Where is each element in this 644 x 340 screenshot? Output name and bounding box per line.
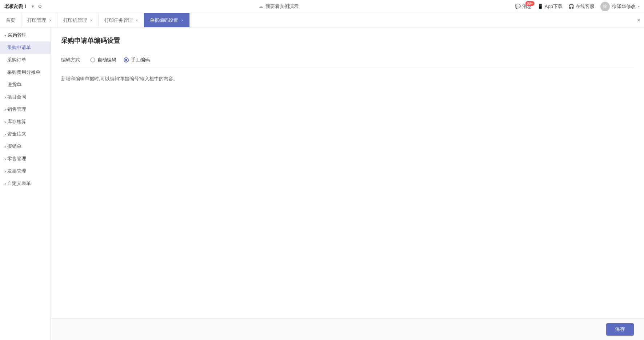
auto-encoding-radio[interactable] — [90, 57, 95, 62]
tab-barcode-setting[interactable]: 单据编码设置 × — [144, 13, 189, 27]
sidebar-item-sales-mgmt-label: 销售管理 — [7, 106, 26, 113]
sidebar-item-purchase-expense[interactable]: 采购费用分摊单 — [0, 66, 51, 78]
encoding-row: 编码方式 自动编码 手工编码 — [61, 52, 634, 68]
manual-encoding-option[interactable]: 手工编码 — [124, 57, 150, 63]
sidebar-item-project-contract-label: 项目合同 — [7, 94, 26, 100]
announcement-text[interactable]: 我要看实例演示 — [265, 3, 299, 10]
encoding-method-label: 编码方式 — [61, 57, 83, 63]
tab-home[interactable]: 首页 — [0, 13, 21, 27]
sidebar-group-purchase-label: 采购管理 — [8, 32, 27, 39]
message-badge: 99+ — [525, 1, 535, 6]
page-title: 采购申请单编码设置 — [61, 36, 634, 45]
sidebar-item-retail-mgmt[interactable]: › 零售管理 — [0, 153, 51, 165]
sidebar-item-invoice-mgmt-label: 发票管理 — [7, 168, 26, 174]
online-service-button[interactable]: 🎧 在线客服 — [568, 3, 595, 10]
app-download-button[interactable]: 📱 App下载 — [537, 3, 563, 10]
app-download-label: App下载 — [545, 3, 563, 10]
arrow-right-icon-2: › — [4, 107, 6, 112]
arrow-right-icon-5: › — [4, 144, 6, 149]
sidebar-item-purchase-order-label: 采购订单 — [7, 57, 26, 62]
footer-bar: 保存 — [51, 318, 644, 340]
sidebar-item-purchase-expense-label: 采购费用分摊单 — [7, 69, 40, 75]
sidebar-item-inbound[interactable]: 进货单 — [0, 78, 51, 91]
service-icon: 🎧 — [568, 4, 574, 9]
top-bar-left: 老板勿割！ ▾ ⚙ — [4, 3, 42, 10]
app-icon: 📱 — [537, 4, 543, 9]
tab-print-mgmt-label: 打印管理 — [27, 17, 46, 24]
cloud-icon: ☁ — [259, 4, 263, 9]
tab-printer-mgmt-label: 打印机管理 — [63, 17, 87, 24]
tab-barcode-setting-label: 单据编码设置 — [150, 17, 178, 24]
close-all-icon: × — [637, 17, 640, 24]
page-content: 采购申请单编码设置 编码方式 自动编码 手工编码 新增和编辑单据时,可以编辑'单… — [51, 28, 644, 318]
sidebar-item-returns[interactable]: › 报销单 — [0, 140, 51, 153]
sidebar-item-inbound-label: 进货单 — [7, 82, 21, 87]
sidebar-item-project-contract[interactable]: › 项目合同 — [0, 91, 51, 103]
tab-print-mgmt[interactable]: 打印管理 × — [21, 13, 57, 27]
sidebar-item-custom-forms-label: 自定义表单 — [7, 180, 31, 187]
sidebar-item-capital-flow[interactable]: › 资金往来 — [0, 128, 51, 140]
sidebar-item-returns-label: 报销单 — [7, 143, 21, 150]
tab-print-task[interactable]: 打印任务管理 × — [99, 13, 144, 27]
tab-print-task-label: 打印任务管理 — [104, 17, 133, 24]
sidebar-item-sales-mgmt[interactable]: › 销售管理 — [0, 103, 51, 116]
arrow-right-icon-4: › — [4, 131, 6, 137]
avatar: 徐 — [600, 2, 610, 11]
close-all-tabs[interactable]: × — [633, 13, 644, 27]
user-name: 徐泽华修改 — [612, 3, 636, 10]
manual-encoding-label: 手工编码 — [131, 57, 150, 63]
top-bar-center: ☁ 我要看实例演示 — [259, 3, 299, 10]
sidebar-item-purchase-order[interactable]: 采购订单 — [0, 54, 51, 66]
auto-encoding-option[interactable]: 自动编码 — [90, 57, 116, 63]
auto-encoding-label: 自动编码 — [97, 57, 116, 63]
logo-text: 老板勿割！ — [4, 3, 28, 10]
sidebar-group-purchase: ▾ 采购管理 采购申请单 采购订单 采购费用分摊单 进货单 — [0, 29, 51, 91]
description-text: 新增和编辑单据时,可以编辑'单据编号'输入框中的内容。 — [61, 75, 634, 83]
sidebar-item-capital-flow-label: 资金往来 — [7, 131, 26, 137]
sidebar-item-retail-mgmt-label: 零售管理 — [7, 155, 26, 162]
save-button[interactable]: 保存 — [606, 323, 634, 336]
settings-icon[interactable]: ⚙ — [38, 4, 42, 9]
sidebar-item-purchase-request-label: 采购申请单 — [7, 45, 31, 50]
sidebar-item-custom-forms[interactable]: › 自定义表单 — [0, 177, 51, 190]
tab-home-label: 首页 — [6, 17, 15, 24]
arrow-down-icon: ▾ — [4, 33, 6, 37]
arrow-right-icon-3: › — [4, 119, 6, 125]
avatar-text: 徐 — [603, 4, 607, 9]
online-service-label: 在线客服 — [576, 3, 595, 10]
content-area: 采购申请单编码设置 编码方式 自动编码 手工编码 新增和编辑单据时,可以编辑'单… — [51, 28, 644, 340]
user-info[interactable]: 徐 徐泽华修改 ▾ — [600, 2, 640, 11]
top-bar-right: 💬 消息 99+ 📱 App下载 🎧 在线客服 徐 徐泽华修改 ▾ — [515, 2, 640, 11]
message-button[interactable]: 💬 消息 99+ — [515, 3, 532, 10]
tab-barcode-setting-close[interactable]: × — [181, 18, 183, 23]
sidebar: ▾ 采购管理 采购申请单 采购订单 采购费用分摊单 进货单 › 项目合同 › 销… — [0, 28, 51, 340]
main-layout: ▾ 采购管理 采购申请单 采购订单 采购费用分摊单 进货单 › 项目合同 › 销… — [0, 28, 644, 340]
arrow-right-icon-7: › — [4, 169, 6, 174]
tab-printer-mgmt-close[interactable]: × — [90, 18, 92, 23]
tab-print-task-close[interactable]: × — [136, 18, 138, 23]
sidebar-group-title-purchase[interactable]: ▾ 采购管理 — [0, 29, 51, 41]
sidebar-item-inventory[interactable]: › 库存核算 — [0, 116, 51, 128]
sidebar-item-invoice-mgmt[interactable]: › 发票管理 — [0, 165, 51, 177]
manual-encoding-radio[interactable] — [124, 57, 129, 62]
arrow-right-icon-1: › — [4, 94, 6, 100]
dropdown-icon[interactable]: ▾ — [32, 4, 34, 9]
message-icon: 💬 — [515, 4, 521, 9]
top-bar: 老板勿割！ ▾ ⚙ ☁ 我要看实例演示 💬 消息 99+ 📱 App下载 🎧 在… — [0, 0, 644, 13]
arrow-right-icon-6: › — [4, 156, 6, 162]
tab-print-mgmt-close[interactable]: × — [49, 18, 51, 23]
tab-printer-mgmt[interactable]: 打印机管理 × — [57, 13, 98, 27]
tab-bar: 首页 打印管理 × 打印机管理 × 打印任务管理 × 单据编码设置 × × — [0, 13, 644, 28]
sidebar-item-inventory-label: 库存核算 — [7, 118, 26, 125]
arrow-right-icon-8: › — [4, 181, 6, 186]
user-dropdown-icon: ▾ — [638, 4, 640, 8]
sidebar-item-purchase-request[interactable]: 采购申请单 — [0, 41, 51, 54]
